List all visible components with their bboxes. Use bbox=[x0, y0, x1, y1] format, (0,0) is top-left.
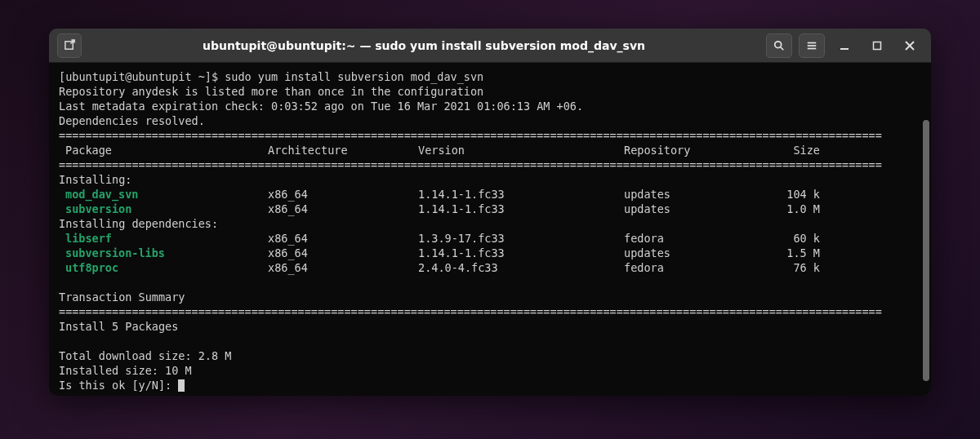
svg-rect-7 bbox=[874, 42, 881, 49]
package-size: 1.0 M bbox=[768, 202, 820, 216]
package-name: subversion-libs bbox=[59, 246, 268, 260]
section-label: Installing: bbox=[59, 172, 921, 187]
titlebar: ubuntupit@ubuntupit:~ — sudo yum install… bbox=[49, 29, 931, 63]
package-repo: updates bbox=[624, 202, 768, 216]
svg-rect-4 bbox=[808, 45, 817, 47]
scrollbar[interactable] bbox=[923, 120, 929, 381]
minimize-icon bbox=[840, 41, 849, 51]
close-button[interactable] bbox=[897, 33, 923, 58]
command-text: sudo yum install subversion mod_dav_svn bbox=[225, 70, 483, 83]
blank-line bbox=[59, 275, 921, 290]
maximize-button[interactable] bbox=[864, 33, 890, 58]
package-size: 104 k bbox=[768, 187, 820, 202]
table-row: subversion x86_64 1.14.1-1.fc33 updates … bbox=[59, 202, 921, 216]
minimize-button[interactable] bbox=[831, 33, 858, 58]
section-label: Transaction Summary bbox=[59, 290, 921, 304]
confirm-text: Is this ok [y/N]: bbox=[59, 379, 178, 392]
header-repo: Repository bbox=[624, 143, 768, 157]
divider-line: ========================================… bbox=[59, 128, 921, 143]
close-icon bbox=[905, 41, 915, 51]
install-count: Install 5 Packages bbox=[59, 319, 921, 334]
menu-button[interactable] bbox=[799, 33, 825, 58]
package-arch: x86_64 bbox=[268, 246, 418, 260]
package-size: 1.5 M bbox=[768, 246, 820, 260]
new-tab-button[interactable] bbox=[57, 33, 82, 58]
prompt-text: [ubuntupit@ubuntupit ~]$ bbox=[59, 70, 225, 83]
svg-rect-6 bbox=[840, 48, 849, 50]
divider-line: ========================================… bbox=[59, 304, 921, 319]
output-line: Dependencies resolved. bbox=[59, 113, 921, 128]
package-size: 76 k bbox=[768, 260, 820, 275]
confirm-prompt: Is this ok [y/N]: bbox=[59, 378, 921, 392]
package-repo: updates bbox=[624, 187, 768, 202]
package-version: 1.14.1-1.fc33 bbox=[418, 246, 624, 260]
package-name: libserf bbox=[59, 231, 268, 246]
output-line: Repository anydesk is listed more than o… bbox=[59, 84, 921, 99]
section-label: Installing dependencies: bbox=[59, 216, 921, 231]
table-row: subversion-libs x86_64 1.14.1-1.fc33 upd… bbox=[59, 246, 921, 260]
package-version: 1.14.1-1.fc33 bbox=[418, 187, 624, 202]
package-repo: fedora bbox=[624, 260, 768, 275]
package-arch: x86_64 bbox=[268, 202, 418, 216]
divider-line: ========================================… bbox=[59, 157, 921, 172]
package-arch: x86_64 bbox=[268, 231, 418, 246]
search-icon bbox=[773, 40, 785, 51]
table-row: mod_dav_svn x86_64 1.14.1-1.fc33 updates… bbox=[59, 187, 921, 202]
table-row: utf8proc x86_64 2.4.0-4.fc33 fedora 76 k bbox=[59, 260, 921, 275]
package-version: 1.14.1-1.fc33 bbox=[418, 202, 624, 216]
installed-size: Installed size: 10 M bbox=[59, 363, 921, 378]
svg-line-2 bbox=[781, 47, 784, 50]
package-arch: x86_64 bbox=[268, 260, 418, 275]
cursor bbox=[178, 379, 185, 392]
hamburger-icon bbox=[806, 40, 817, 51]
window-title: ubuntupit@ubuntupit:~ — sudo yum install… bbox=[88, 39, 760, 52]
table-header: Package Architecture Version Repository … bbox=[59, 143, 921, 157]
output-line: Last metadata expiration check: 0:03:52 … bbox=[59, 99, 921, 113]
package-repo: updates bbox=[624, 246, 768, 260]
svg-point-1 bbox=[775, 41, 782, 47]
header-arch: Architecture bbox=[268, 143, 418, 157]
package-version: 1.3.9-17.fc33 bbox=[418, 231, 624, 246]
package-repo: fedora bbox=[624, 231, 768, 246]
package-arch: x86_64 bbox=[268, 187, 418, 202]
svg-rect-3 bbox=[808, 42, 817, 43]
package-size: 60 k bbox=[768, 231, 820, 246]
package-name: mod_dav_svn bbox=[59, 187, 268, 202]
terminal-content[interactable]: [ubuntupit@ubuntupit ~]$ sudo yum instal… bbox=[49, 63, 931, 396]
package-name: utf8proc bbox=[59, 260, 268, 275]
svg-rect-5 bbox=[808, 47, 817, 49]
blank-line bbox=[59, 334, 921, 348]
table-row: libserf x86_64 1.3.9-17.fc33 fedora 60 k bbox=[59, 231, 921, 246]
package-name: subversion bbox=[59, 202, 268, 216]
terminal-window: ubuntupit@ubuntupit:~ — sudo yum install… bbox=[49, 29, 931, 396]
header-package: Package bbox=[59, 143, 268, 157]
header-version: Version bbox=[418, 143, 624, 157]
download-size: Total download size: 2.8 M bbox=[59, 348, 921, 363]
maximize-icon bbox=[872, 41, 882, 51]
package-version: 2.4.0-4.fc33 bbox=[418, 260, 624, 275]
header-size: Size bbox=[768, 143, 820, 157]
prompt-line: [ubuntupit@ubuntupit ~]$ sudo yum instal… bbox=[59, 69, 921, 84]
search-button[interactable] bbox=[766, 33, 792, 58]
